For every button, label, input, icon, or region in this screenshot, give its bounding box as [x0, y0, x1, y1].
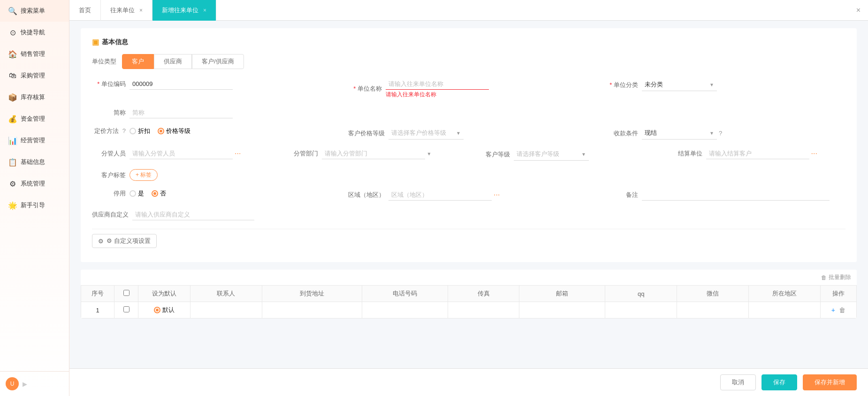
short-name-input[interactable]: [129, 107, 233, 118]
pricing-method-label: 定价方法 ?: [92, 127, 129, 135]
settlement-more[interactable]: ···: [809, 149, 819, 158]
supervisor-input[interactable]: [129, 148, 233, 159]
region-input[interactable]: [388, 189, 492, 201]
region-input-table[interactable]: [766, 307, 803, 314]
supervisor-more[interactable]: ···: [233, 149, 243, 158]
tab-partners-close[interactable]: ×: [139, 7, 143, 14]
row-default-radio[interactable]: [154, 307, 160, 313]
row-delete-button[interactable]: 🗑: [839, 306, 845, 314]
sidebar-item-finance[interactable]: 💰 资金管理: [0, 108, 69, 130]
type-btn-supplier[interactable]: 供应商: [154, 54, 192, 69]
sidebar-item-search[interactable]: 🔍 搜索菜单: [0, 0, 69, 22]
section-icon: ▣: [92, 38, 99, 47]
disable-radio-no[interactable]: 否: [152, 189, 166, 198]
tab-partners[interactable]: 往来单位 ×: [101, 0, 152, 21]
qq-input[interactable]: [622, 307, 660, 314]
tab-new-partner[interactable]: 新增往来单位 ×: [152, 0, 216, 21]
col-email: 邮箱: [519, 286, 605, 302]
cell-email: [519, 302, 605, 318]
fax-input[interactable]: [465, 307, 503, 314]
supervisor-label: 分管人员: [92, 149, 129, 158]
phone-input[interactable]: [381, 307, 428, 314]
sidebar-item-sales[interactable]: 🏠 销售管理: [0, 43, 69, 65]
col-seq: 序号: [81, 286, 114, 302]
form-row-6: 停用 是 否 区域（地区）: [92, 189, 845, 201]
batch-delete-icon: 🗑: [821, 274, 827, 281]
unit-name-error: 请输入往来单位名称: [386, 91, 589, 99]
row-add-button[interactable]: +: [831, 306, 835, 314]
region-more[interactable]: ···: [492, 191, 502, 199]
customer-tag-label: 客户标签: [92, 171, 129, 179]
col-default: 设为默认: [138, 286, 190, 302]
wechat-input[interactable]: [694, 307, 731, 314]
row-checkbox[interactable]: [123, 306, 129, 312]
contact-input[interactable]: [207, 307, 245, 314]
sidebar-bottom: U ▶: [0, 371, 69, 396]
address-input[interactable]: [284, 307, 340, 314]
window-close-button[interactable]: ×: [849, 6, 868, 15]
type-btn-customer[interactable]: 客户: [122, 54, 154, 69]
customer-price-arrow: ▼: [456, 131, 461, 136]
batch-delete-button[interactable]: 🗑 批量删除: [821, 273, 851, 281]
sidebar-item-operations[interactable]: 📊 经营管理: [0, 130, 69, 151]
finance-icon: 💰: [8, 115, 17, 123]
supplier-custom-label: 供应商自定义: [92, 210, 132, 219]
unit-name-label: 单位名称: [348, 85, 386, 93]
add-tag-button[interactable]: + 标签: [129, 169, 158, 181]
unit-name-input[interactable]: [386, 78, 489, 90]
guide-icon: 🌟: [8, 201, 17, 210]
sidebar-item-purchase[interactable]: 🛍 采购管理: [0, 65, 69, 86]
sidebar-item-system[interactable]: ⚙ 系统管理: [0, 173, 69, 194]
select-all-checkbox[interactable]: [123, 290, 129, 296]
unit-code-input[interactable]: [129, 78, 233, 90]
custom-settings-button[interactable]: ⚙ ⚙ 自定义项设置: [92, 234, 157, 248]
supervisor-field: 分管人员 ···: [92, 148, 269, 159]
region-field: 区域（地区） ···: [348, 189, 589, 201]
default-label: 默认: [162, 306, 175, 314]
basic-icon: 📋: [8, 158, 17, 166]
tab-new-partner-close[interactable]: ×: [203, 7, 206, 14]
sidebar-item-quicknav[interactable]: ⊙ 快捷导航: [0, 22, 69, 43]
pricing-radio-group: 折扣 价格等级: [129, 127, 190, 135]
department-input[interactable]: [322, 148, 425, 159]
cancel-button[interactable]: 取消: [720, 374, 756, 390]
customer-price-select[interactable]: 请选择客户价格等级 ▼: [388, 127, 464, 140]
supplier-custom-input[interactable]: [132, 209, 254, 220]
payment-terms-select[interactable]: 现结 ▼: [642, 127, 717, 140]
unit-category-arrow: ▼: [709, 82, 714, 87]
customer-level-select[interactable]: 请选择客户等级 ▼: [514, 148, 589, 161]
customer-level-field: 客户等级 请选择客户等级 ▼: [476, 148, 654, 161]
region-label: 区域（地区）: [348, 191, 388, 199]
email-input[interactable]: [539, 307, 586, 314]
customer-price-field: 客户价格等级 请选择客户价格等级 ▼: [348, 127, 589, 140]
notes-input[interactable]: [642, 189, 830, 201]
save-add-button[interactable]: 保存并新增: [803, 374, 857, 390]
disable-radio-yes[interactable]: 是: [129, 189, 144, 198]
avatar: U: [6, 377, 19, 390]
type-btn-both[interactable]: 客户/供应商: [192, 54, 244, 69]
payment-help-icon[interactable]: ?: [719, 130, 722, 137]
disable-radio-group: 是 否: [129, 189, 166, 198]
sidebar-item-basic[interactable]: 📋 基础信息: [0, 151, 69, 173]
unit-type-row: 单位类型 客户 供应商 客户/供应商: [92, 54, 845, 69]
cell-action: + 🗑: [820, 302, 856, 318]
tab-bar: 首页 往来单位 × 新增往来单位 × ×: [69, 0, 868, 21]
settlement-label: 结算单位: [669, 149, 706, 158]
unit-category-select[interactable]: 未分类 ▼: [642, 78, 717, 91]
payment-terms-value: 现结: [645, 129, 708, 137]
row-actions: + 🗑: [825, 306, 852, 314]
pricing-radio-discount[interactable]: 折扣: [129, 127, 150, 135]
tab-home[interactable]: 首页: [69, 0, 101, 21]
settlement-input[interactable]: [706, 148, 809, 159]
col-action: 操作: [820, 286, 856, 302]
basic-info-card: ▣ 基本信息 单位类型 客户 供应商 客户/供应商 单位编码 单位名称: [81, 28, 857, 262]
sidebar-item-inventory[interactable]: 📦 库存核算: [0, 86, 69, 108]
pricing-radio-level[interactable]: 价格等级: [158, 127, 190, 135]
save-button[interactable]: 保存: [761, 374, 797, 390]
pricing-help-icon[interactable]: ?: [122, 127, 126, 134]
radio-circle-discount: [129, 128, 136, 134]
col-address: 到货地址: [262, 286, 362, 302]
unit-category-value: 未分类: [645, 80, 708, 89]
sidebar-item-guide[interactable]: 🌟 新手引导: [0, 194, 69, 216]
disable-label: 停用: [92, 189, 129, 198]
